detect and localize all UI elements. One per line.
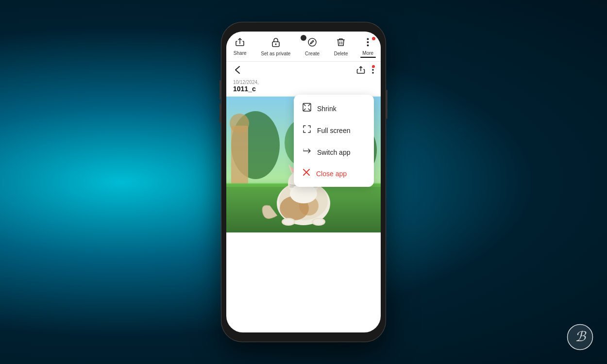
close-app-label: Close app xyxy=(316,170,347,178)
volume-down-button xyxy=(219,103,221,123)
svg-point-5 xyxy=(367,45,369,47)
viewer-more-icon[interactable] xyxy=(372,66,374,76)
share-toolbar-item[interactable]: Share xyxy=(230,36,251,58)
file-name: 1011_c xyxy=(233,85,374,93)
viewer-action-icons xyxy=(356,66,374,76)
create-label: Create xyxy=(305,51,320,56)
create-icon xyxy=(307,37,317,50)
more-label: More xyxy=(362,50,373,56)
shrink-icon xyxy=(303,103,311,114)
svg-point-14 xyxy=(230,114,249,133)
file-date: 10/12/2024, xyxy=(233,80,374,85)
delete-label: Delete xyxy=(334,51,348,56)
phone-screen: Share Set as private xyxy=(226,32,381,332)
file-info-bar: 10/12/2024, 1011_c xyxy=(226,79,381,96)
delete-toolbar-item[interactable]: Delete xyxy=(330,35,352,58)
svg-point-39 xyxy=(313,219,324,225)
shrink-label: Shrink xyxy=(317,105,337,113)
more-notification-dot xyxy=(372,37,375,40)
viewer-share-icon[interactable] xyxy=(356,66,365,76)
lock-icon xyxy=(271,37,280,50)
switch-app-icon xyxy=(303,147,311,158)
full-screen-menu-item[interactable]: Full screen xyxy=(294,119,374,141)
svg-point-7 xyxy=(372,69,374,71)
share-icon xyxy=(235,38,245,49)
switch-app-menu-item[interactable]: Switch app xyxy=(294,141,374,163)
share-label: Share xyxy=(234,50,247,56)
more-icon xyxy=(367,38,369,49)
full-screen-icon xyxy=(303,125,311,136)
svg-point-35 xyxy=(290,184,317,203)
full-screen-label: Full screen xyxy=(317,127,350,134)
camera-notch xyxy=(301,35,306,41)
phone-device: Share Set as private xyxy=(221,22,386,342)
svg-point-1 xyxy=(275,44,276,45)
shrink-menu-item[interactable]: Shrink xyxy=(294,98,374,119)
set-private-label: Set as private xyxy=(261,51,290,56)
svg-rect-13 xyxy=(231,126,248,184)
trash-icon xyxy=(337,37,345,50)
svg-point-3 xyxy=(367,38,369,40)
switch-app-label: Switch app xyxy=(317,149,350,156)
photo-viewer: 10/12/2024, 1011_c xyxy=(226,62,381,232)
svg-point-38 xyxy=(283,219,294,225)
svg-point-8 xyxy=(372,72,374,74)
set-private-toolbar-item[interactable]: Set as private xyxy=(257,35,294,58)
svg-text:ℬ: ℬ xyxy=(575,329,587,344)
viewer-more-dot xyxy=(372,65,375,68)
more-toolbar-item[interactable]: More xyxy=(358,36,377,58)
watermark-logo: ℬ xyxy=(567,324,593,355)
power-button xyxy=(386,90,388,119)
context-menu: Shrink Full screen xyxy=(294,95,374,187)
back-button[interactable] xyxy=(233,66,243,77)
close-app-icon xyxy=(303,168,310,179)
close-app-menu-item[interactable]: Close app xyxy=(294,163,374,184)
active-underline xyxy=(360,57,376,58)
volume-up-button xyxy=(219,80,221,99)
svg-point-4 xyxy=(367,41,369,43)
svg-point-2 xyxy=(308,38,316,46)
viewer-header xyxy=(226,62,381,79)
